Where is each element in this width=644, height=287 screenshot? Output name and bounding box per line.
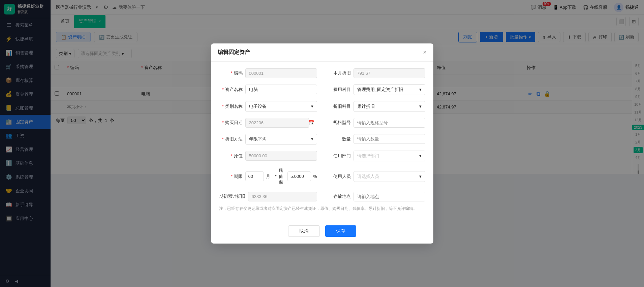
- dep-method-value: 年限平均: [249, 136, 267, 142]
- monthly-dep-label: 本月折旧: [327, 70, 351, 76]
- category-value: 电子设备: [249, 103, 267, 109]
- dep-method-select[interactable]: 年限平均 ▾: [245, 134, 317, 145]
- period-unit: 月: [266, 173, 270, 180]
- form-dep-subject: 折旧科目 累计折旧 ▾: [327, 101, 425, 112]
- calendar-icon: 📅: [309, 120, 314, 125]
- purchase-date-label: 购买日期: [219, 120, 243, 126]
- category-form-label: 类别名称: [219, 103, 243, 109]
- original-value-label: 原值: [219, 153, 243, 159]
- spec-label: 规格型号: [327, 120, 351, 126]
- edit-asset-modal: 编辑固定资产 × 编码 本月折旧 资产名称: [211, 43, 433, 244]
- quantity-input[interactable]: [354, 134, 425, 144]
- residual-star: *: [275, 174, 277, 179]
- residual-label: 残值率: [279, 167, 285, 186]
- category-chevron: ▾: [311, 104, 313, 109]
- form-period: 期限 月 * 残值率 %: [219, 167, 317, 186]
- expense-subject-value: 管理费用_固定资产折旧: [357, 87, 403, 93]
- modal-footer: 取消 保存: [211, 221, 433, 244]
- spec-input[interactable]: [354, 118, 425, 128]
- form-original-value: 原值: [219, 151, 317, 161]
- dep-subject-label: 折旧科目: [327, 103, 351, 109]
- dept-chevron: ▾: [419, 153, 422, 158]
- dep-subject-value: 累计折旧: [357, 103, 375, 109]
- location-input[interactable]: [354, 192, 425, 201]
- form-quantity: 数量: [327, 134, 425, 145]
- quantity-label: 数量: [327, 136, 351, 142]
- dep-subject-select[interactable]: 累计折旧 ▾: [354, 101, 425, 112]
- form-user: 使用人员 请选择人员 ▾: [327, 167, 425, 186]
- modal-title: 编辑固定资产: [218, 49, 250, 56]
- code-label: 编码: [219, 70, 243, 76]
- period-label: 期限: [219, 173, 243, 180]
- location-label: 存放地点: [327, 193, 351, 199]
- period-input[interactable]: [245, 171, 264, 181]
- residual-input[interactable]: [287, 171, 311, 181]
- code-input[interactable]: [245, 68, 317, 78]
- period-row: 月 * 残值率 %: [245, 167, 317, 186]
- form-purchase-date: 购买日期 📅: [219, 118, 317, 128]
- purchase-date-input[interactable]: [245, 118, 309, 128]
- save-button[interactable]: 保存: [325, 225, 356, 237]
- form-spec: 规格型号: [327, 118, 425, 128]
- cancel-button[interactable]: 取消: [288, 225, 320, 237]
- name-label: 资产名称: [219, 87, 243, 93]
- user-label: 使用人员: [327, 173, 351, 180]
- form-grid: 编码 本月折旧 资产名称 费用科目 管理费用_固定资产折旧 ▾: [219, 68, 425, 201]
- category-select[interactable]: 电子设备 ▾: [245, 101, 317, 112]
- user-select[interactable]: 请选择人员 ▾: [354, 171, 425, 182]
- residual-unit: %: [313, 174, 317, 179]
- form-dept: 使用部门 请选择部门 ▾: [327, 151, 425, 161]
- expense-subject-label: 费用科目: [327, 87, 351, 93]
- modal-overlay: 编辑固定资产 × 编码 本月折旧 资产名称: [0, 0, 644, 287]
- dept-select[interactable]: 请选择部门 ▾: [354, 151, 425, 161]
- dept-label: 使用部门: [327, 153, 351, 159]
- form-initial-dep: 期初累计折旧: [219, 192, 317, 201]
- modal-notice: 注：已经存在变更记录或者对应固定资产已经生成凭证，原值、购买日期、残值率、累计折…: [219, 201, 425, 215]
- dep-method-label: 折旧方法: [219, 136, 243, 142]
- dept-placeholder: 请选择部门: [357, 153, 379, 159]
- initial-dep-input: [248, 192, 317, 201]
- form-category: 类别名称 电子设备 ▾: [219, 101, 317, 112]
- expense-subject-select[interactable]: 管理费用_固定资产折旧 ▾: [354, 84, 425, 95]
- dep-method-chevron: ▾: [311, 136, 313, 141]
- expense-subject-chevron: ▾: [419, 87, 422, 92]
- modal-close-btn[interactable]: ×: [423, 49, 427, 56]
- name-input[interactable]: [245, 85, 317, 94]
- user-chevron: ▾: [419, 174, 422, 179]
- form-code: 编码: [219, 68, 317, 78]
- form-location: 存放地点: [327, 192, 425, 201]
- modal-body: 编码 本月折旧 资产名称 费用科目 管理费用_固定资产折旧 ▾: [211, 62, 433, 221]
- form-dep-method: 折旧方法 年限平均 ▾: [219, 134, 317, 145]
- form-name: 资产名称: [219, 84, 317, 95]
- initial-dep-label: 期初累计折旧: [219, 193, 245, 199]
- monthly-dep-input: [354, 68, 425, 78]
- modal-header: 编辑固定资产 ×: [211, 43, 433, 62]
- date-input-wrap: 📅: [245, 118, 317, 128]
- user-placeholder: 请选择人员: [357, 173, 379, 180]
- dep-subject-chevron: ▾: [419, 104, 422, 109]
- form-expense-subject: 费用科目 管理费用_固定资产折旧 ▾: [327, 84, 425, 95]
- form-monthly-dep: 本月折旧: [327, 68, 425, 78]
- original-value-input[interactable]: [245, 151, 317, 161]
